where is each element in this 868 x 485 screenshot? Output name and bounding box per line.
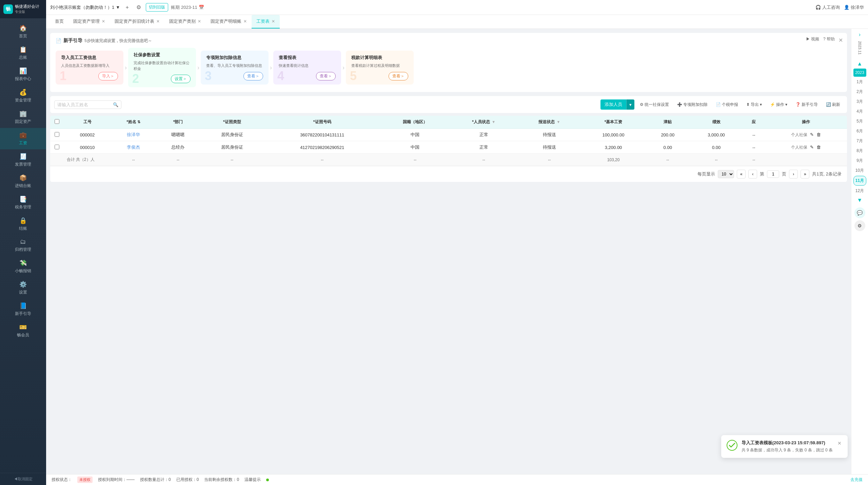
sidebar-item-home[interactable]: 🏠 首页 bbox=[0, 21, 46, 42]
row-select-checkbox[interactable] bbox=[55, 132, 59, 137]
tax-report-btn[interactable]: 📄 个税申报 bbox=[713, 100, 741, 109]
employee-name-link[interactable]: 徐泽华 bbox=[127, 132, 140, 137]
support-btn[interactable]: 🎧 人工咨询 bbox=[815, 4, 840, 11]
month-7[interactable]: 7月 bbox=[853, 136, 866, 146]
tab-asset-detail[interactable]: 固定资产明细账 ✕ bbox=[206, 15, 252, 29]
user-btn[interactable]: 👤 徐泽华 bbox=[844, 4, 864, 11]
add-account-btn[interactable]: + bbox=[123, 3, 132, 12]
sidebar-item-invoices[interactable]: 🧾 发票管理 bbox=[0, 149, 46, 171]
doc-help[interactable]: ? 帮助 bbox=[823, 36, 835, 42]
sidebar-item-archive[interactable]: 🗂 归档管理 bbox=[0, 235, 46, 256]
arrow-icon: › bbox=[196, 64, 201, 71]
tab-close-icon[interactable]: ✕ bbox=[102, 19, 105, 24]
edit-icon[interactable]: ✎ bbox=[810, 132, 814, 137]
sidebar-item-finance[interactable]: 💰 资金管理 bbox=[0, 85, 46, 107]
month-3[interactable]: 3月 bbox=[853, 97, 866, 106]
sidebar-item-member[interactable]: 🎫 畅会员 bbox=[0, 320, 46, 341]
sidebar-item-settings[interactable]: ⚙️ 设置 bbox=[0, 277, 46, 299]
payroll-icon: 💼 bbox=[19, 131, 27, 139]
step-btn-3[interactable]: 查看＞ bbox=[243, 72, 263, 80]
first-page-btn[interactable]: « bbox=[737, 170, 746, 179]
sidebar-item-guide[interactable]: 📘 新手引导 bbox=[0, 299, 46, 320]
month-6[interactable]: 6月 bbox=[853, 127, 866, 136]
current-year-label[interactable]: 2023 bbox=[853, 69, 866, 77]
sidebar-item-ledger[interactable]: 📋 总账 bbox=[0, 42, 46, 64]
month-4[interactable]: 4月 bbox=[853, 107, 866, 116]
tab-close-icon[interactable]: ✕ bbox=[156, 19, 160, 24]
month-10[interactable]: 10月 bbox=[853, 166, 866, 175]
status-filter-icon[interactable]: ▼ bbox=[492, 120, 495, 124]
month-11[interactable]: 11月 bbox=[853, 176, 866, 186]
sidebar-item-tax[interactable]: 📑 税务管理 bbox=[0, 192, 46, 213]
export-btn[interactable]: ⬆ 导出 ▾ bbox=[744, 100, 765, 109]
account-selector[interactable]: 刘小艳演示账套（勿删勿动！）1 ▼ bbox=[50, 4, 120, 11]
calendar-icon[interactable]: 📅 bbox=[199, 5, 204, 10]
sidebar-footer[interactable]: ◀取消固定 bbox=[0, 473, 46, 485]
next-page-btn[interactable]: › bbox=[789, 170, 798, 179]
step-btn-2[interactable]: 设置＞ bbox=[171, 75, 191, 83]
toast-close-btn[interactable]: ✕ bbox=[837, 440, 842, 447]
tab-assets[interactable]: 固定资产管理 ✕ bbox=[68, 15, 110, 29]
sidebar-item-inventory[interactable]: 📦 进销台账 bbox=[0, 171, 46, 192]
month-5[interactable]: 5月 bbox=[853, 117, 866, 126]
delete-icon[interactable]: 🗑 bbox=[816, 132, 821, 137]
step-btn-1[interactable]: 导入＞ bbox=[98, 72, 118, 80]
next-year-btn[interactable]: ▼ bbox=[856, 196, 864, 205]
operation-btn[interactable]: ⚡ 操作 ▾ bbox=[767, 100, 790, 109]
sidebar-item-label: 结账 bbox=[19, 226, 27, 231]
last-page-btn[interactable]: » bbox=[801, 170, 809, 179]
step-btn-4[interactable]: 查看＞ bbox=[316, 72, 336, 80]
tab-close-icon[interactable]: ✕ bbox=[243, 19, 247, 24]
month-8[interactable]: 8月 bbox=[853, 146, 866, 155]
add-person-btn[interactable]: 添加人员 bbox=[600, 99, 626, 110]
settings2-icon[interactable]: ⚙ bbox=[854, 220, 865, 231]
auth-label: 授权状态： bbox=[52, 477, 72, 483]
month-12[interactable]: 12月 bbox=[853, 186, 866, 195]
tab-close-icon[interactable]: ✕ bbox=[198, 19, 201, 24]
arrow-icon: › bbox=[123, 64, 128, 71]
tab-close-icon[interactable]: ✕ bbox=[272, 19, 275, 24]
report-filter-icon[interactable]: ▼ bbox=[556, 120, 560, 124]
month-2[interactable]: 2月 bbox=[853, 87, 866, 96]
step-btn-5[interactable]: 查看＞ bbox=[389, 72, 408, 80]
expand-panel-btn[interactable]: › bbox=[857, 30, 862, 39]
month-9[interactable]: 9月 bbox=[853, 156, 866, 165]
sidebar-item-expense[interactable]: 💸 小畅报销 bbox=[0, 256, 46, 277]
row-select-checkbox[interactable] bbox=[55, 145, 59, 149]
edit-icon[interactable]: ✎ bbox=[810, 145, 814, 150]
settings-btn[interactable]: ⚙ bbox=[134, 3, 143, 12]
search-icon[interactable]: 🔍 bbox=[113, 102, 118, 107]
deduct-btn[interactable]: ➕ 专项附加扣除 bbox=[674, 100, 710, 109]
video-help[interactable]: ▶ 视频 bbox=[806, 36, 819, 42]
social-setting-btn[interactable]: ⚙ 统一社保设置 bbox=[637, 100, 672, 109]
prev-year-btn[interactable]: ▲ bbox=[856, 59, 864, 68]
employee-name-link[interactable]: 李俊杰 bbox=[127, 145, 140, 150]
sidebar-item-payroll[interactable]: 💼 工资 bbox=[0, 128, 46, 149]
sidebar-item-assets[interactable]: 🏢 固定资产 bbox=[0, 107, 46, 128]
action-social[interactable]: 个人社保 bbox=[791, 132, 807, 137]
page-size-select[interactable]: 10 20 50 bbox=[718, 170, 734, 178]
select-all-checkbox[interactable] bbox=[55, 119, 59, 124]
tab-payroll[interactable]: 工资表 ✕ bbox=[252, 15, 280, 29]
month-1[interactable]: 1月 bbox=[853, 77, 866, 87]
prev-page-btn[interactable]: ‹ bbox=[748, 170, 757, 179]
nationality-cell: 中国 bbox=[380, 141, 450, 154]
sidebar-item-reports[interactable]: 📊 报表中心 bbox=[0, 64, 46, 85]
tab-asset-category[interactable]: 固定资产类别 ✕ bbox=[164, 15, 206, 29]
feedback-icon[interactable]: 💬 bbox=[854, 207, 865, 218]
refresh-btn[interactable]: 🔄 刷新 bbox=[823, 100, 843, 109]
page-number-input[interactable] bbox=[767, 170, 779, 178]
recharge-link[interactable]: 去充值 bbox=[850, 477, 863, 483]
version-switch-btn[interactable]: 切到旧版 bbox=[146, 3, 168, 12]
tab-depreciation[interactable]: 固定资产折旧统计表 ✕ bbox=[110, 15, 164, 29]
sort-icon[interactable]: ⇅ bbox=[137, 120, 140, 124]
guide-close-btn[interactable]: ✕ bbox=[839, 37, 843, 43]
tab-home[interactable]: 首页 bbox=[50, 15, 68, 29]
tabs-bar: 首页 固定资产管理 ✕ 固定资产折旧统计表 ✕ 固定资产类别 ✕ 固定资产明细账… bbox=[46, 15, 868, 29]
search-input[interactable] bbox=[57, 102, 112, 107]
delete-icon[interactable]: 🗑 bbox=[816, 145, 821, 150]
add-btn-dropdown[interactable]: ▾ bbox=[626, 99, 634, 110]
guide-help-btn[interactable]: ❓ 新手引导 bbox=[793, 100, 821, 109]
action-social[interactable]: 个人社保 bbox=[791, 145, 807, 150]
sidebar-item-closing[interactable]: 🔒 结账 bbox=[0, 213, 46, 235]
